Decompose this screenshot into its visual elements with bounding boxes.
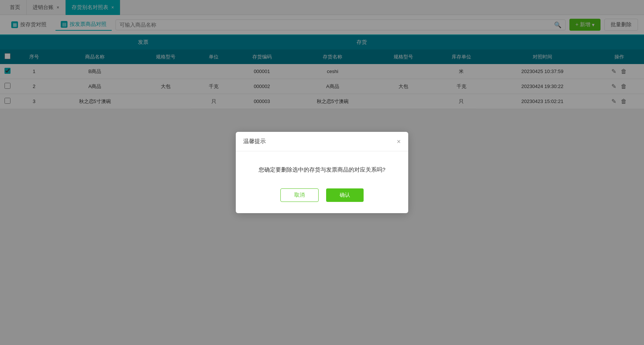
modal-overlay: 温馨提示 × 您确定要删除选中的存货与发票商品的对应关系吗? 取消 确认 xyxy=(0,0,644,109)
